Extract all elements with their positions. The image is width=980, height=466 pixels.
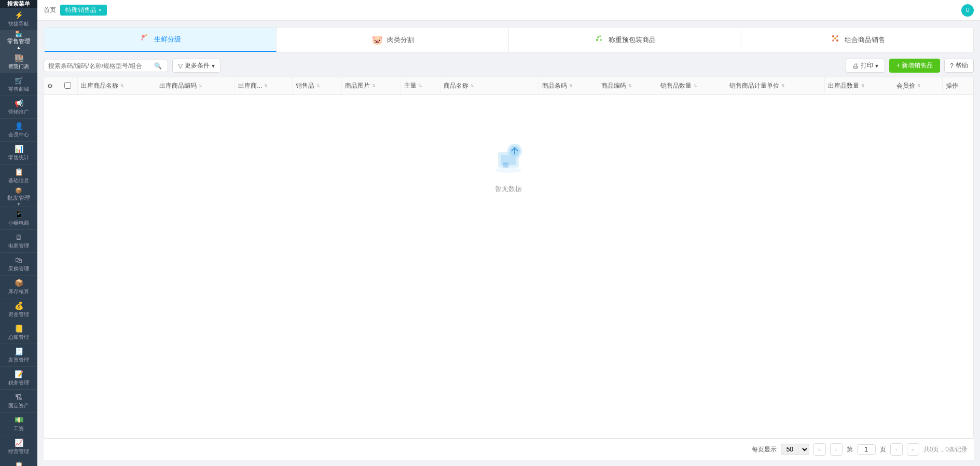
sort-icon[interactable]: ⇅ <box>861 84 865 88</box>
sort-icon[interactable]: ⇅ <box>264 84 268 88</box>
smart-store-label: 智慧门店 <box>8 63 29 70</box>
data-table-container: ⚙ 出库商品名称 ⇅ 出库商 <box>44 77 974 438</box>
search-box[interactable]: 🔍 <box>44 60 168 72</box>
sidebar-item-purchase-mgmt[interactable]: 🛍 采购管理 <box>0 253 37 276</box>
search-input[interactable] <box>48 62 152 70</box>
ops-mgmt-label: 经营管理 <box>8 448 29 455</box>
add-sales-item-button[interactable]: + 新增销售品 <box>889 59 940 73</box>
fixed-assets-icon: 🏗 <box>15 393 22 401</box>
sidebar-item-general-ledger[interactable]: 📒 总账管理 <box>0 321 37 344</box>
th-settings[interactable]: ⚙ <box>44 77 61 95</box>
top-navigation: 首页 特殊销售品 × U <box>37 0 980 21</box>
ecom-mgmt-icon: 🖥 <box>15 233 22 241</box>
sort-icon[interactable]: ⇅ <box>628 84 632 88</box>
sort-icon[interactable]: ⇅ <box>569 84 573 88</box>
svg-point-0 <box>142 35 145 38</box>
sort-icon[interactable]: ⇅ <box>917 84 921 88</box>
svg-point-11 <box>834 37 836 39</box>
wholesale-mgmt-icon: 📦 <box>15 187 22 194</box>
toolbar: 🔍 ▽ 更多条件 ▾ 🖨 打印 ▾ + 新增销售品 ? 帮助 <box>44 59 974 73</box>
home-breadcrumb[interactable]: 首页 <box>44 6 56 15</box>
sidebar-item-retail-mall[interactable]: 🛒 零售商城 <box>0 73 37 96</box>
sales-promo-icon: 📢 <box>15 99 23 107</box>
general-ledger-label: 总账管理 <box>8 334 29 341</box>
sidebar-item-retail-mgmt[interactable]: 🏪 零售管理 ▲ <box>0 31 37 50</box>
sidebar-item-quick-nav[interactable]: ⚡ 快捷导航 <box>0 8 37 31</box>
th-sales-unit: 销售商品计量单位 ⇅ <box>726 77 824 95</box>
page-size-label: 每页显示 <box>752 445 777 454</box>
th-product-name: 商品名称 ⇅ <box>440 77 539 95</box>
select-all-checkbox[interactable] <box>64 82 71 89</box>
first-page-button[interactable]: « <box>813 443 826 456</box>
wholesale-mgmt-arrow: ▼ <box>17 202 21 207</box>
print-arrow-icon: ▾ <box>875 62 878 70</box>
sort-icon[interactable]: ⇅ <box>419 84 422 88</box>
next-page-button[interactable]: › <box>890 443 903 456</box>
th-checkbox[interactable] <box>61 77 77 95</box>
sidebar-item-smart-store[interactable]: 🏬 智慧门店 <box>0 50 37 73</box>
print-button[interactable]: 🖨 打印 ▾ <box>846 59 885 73</box>
weigh-pack-label: 称重预包装商品 <box>609 35 656 45</box>
page-size-select[interactable]: 50 10 20 100 <box>781 444 809 455</box>
sort-icon[interactable]: ⇅ <box>471 84 474 88</box>
sidebar-item-ecom-mgmt[interactable]: 🖥 电商管理 <box>0 230 37 253</box>
meat-cut-icon: 🐷 <box>371 34 383 46</box>
basic-info-icon: 📋 <box>15 168 23 176</box>
help-button[interactable]: ? 帮助 <box>944 59 974 73</box>
wages-icon: 💵 <box>15 416 23 424</box>
sidebar-item-wages[interactable]: 💵 工资 <box>0 413 37 435</box>
filter-button[interactable]: ▽ 更多条件 ▾ <box>172 59 220 73</box>
print-icon: 🖨 <box>852 62 859 70</box>
th-operation: 操作 <box>943 77 973 95</box>
inventory-label: 库存核算 <box>8 288 29 295</box>
tab-fresh-grade[interactable]: 生鲜分级 <box>44 28 277 52</box>
th-main-weight: 主量 ⇅ <box>401 77 440 95</box>
tax-mgmt-icon: 📝 <box>15 370 23 378</box>
sidebar-item-invoice-mgmt[interactable]: 🧾 发票管理 <box>0 344 37 367</box>
search-icon[interactable]: 🔍 <box>154 62 162 70</box>
retail-mall-icon: 🛒 <box>15 76 23 85</box>
top-right-area: U <box>961 4 974 17</box>
purchase-mgmt-label: 采购管理 <box>8 265 29 272</box>
prev-page-button[interactable]: ‹ <box>830 443 843 456</box>
empty-row: 暂无数据 <box>44 95 973 236</box>
sidebar-item-member-center[interactable]: 👤 会员中心 <box>0 119 37 142</box>
sort-icon[interactable]: ⇅ <box>372 84 376 88</box>
page-number-input[interactable] <box>857 444 876 455</box>
sidebar-item-retail-stats[interactable]: 📊 零售统计 <box>0 142 37 165</box>
sidebar-item-basic-info2[interactable]: 📋 基础信息 <box>0 458 37 466</box>
sort-icon[interactable]: ⇅ <box>316 84 320 88</box>
table-body: 暂无数据 <box>44 95 973 236</box>
member-center-label: 会员中心 <box>8 131 29 139</box>
th-sales-item: 销售品 ⇅ <box>293 77 342 95</box>
tab-weigh-pack[interactable]: 称重预包装商品 <box>509 28 741 52</box>
sidebar-item-fixed-assets[interactable]: 🏗 固定资产 <box>0 390 37 413</box>
sort-icon[interactable]: ⇅ <box>199 84 202 88</box>
sidebar-item-basic-info[interactable]: 📋 基础信息 <box>0 165 37 187</box>
svg-point-3 <box>597 36 599 38</box>
sidebar-item-mini-ecom[interactable]: 📱 小畅电商 <box>0 207 37 230</box>
sort-icon[interactable]: ⇅ <box>781 84 785 88</box>
sidebar-item-ops-mgmt[interactable]: 📈 经营管理 <box>0 435 37 458</box>
tab-combo-sale[interactable]: 组合商品销售 <box>741 28 973 52</box>
sidebar-item-wholesale-mgmt[interactable]: 📦 批发管理 ▼ <box>0 187 37 207</box>
tab-meat-cut[interactable]: 🐷 肉类分割 <box>277 28 509 52</box>
sidebar-item-inventory[interactable]: 📦 库存核算 <box>0 276 37 298</box>
help-icon: ? <box>950 62 954 70</box>
print-label: 打印 <box>861 61 873 70</box>
finance-icon: 💰 <box>15 301 23 310</box>
svg-point-6 <box>600 39 602 41</box>
data-table: ⚙ 出库商品名称 ⇅ 出库商 <box>44 77 973 235</box>
sidebar-item-finance[interactable]: 💰 资金管理 <box>0 298 37 321</box>
close-tab-icon[interactable]: × <box>99 7 102 13</box>
sidebar-item-tax-mgmt[interactable]: 📝 税务管理 <box>0 367 37 390</box>
smart-store-icon: 🏬 <box>15 53 23 62</box>
active-nav-tag[interactable]: 特殊销售品 × <box>60 5 107 16</box>
sidebar-logo[interactable]: 搜索菜单 <box>0 0 37 8</box>
sort-icon[interactable]: ⇅ <box>120 84 124 88</box>
sidebar-item-sales-promo[interactable]: 📢 营销推广 <box>0 96 37 119</box>
wages-label: 工资 <box>13 425 24 432</box>
last-page-button[interactable]: » <box>907 443 919 456</box>
sort-icon[interactable]: ⇅ <box>694 84 697 88</box>
th-sales-qty: 销售品数量 ⇅ <box>657 77 726 95</box>
